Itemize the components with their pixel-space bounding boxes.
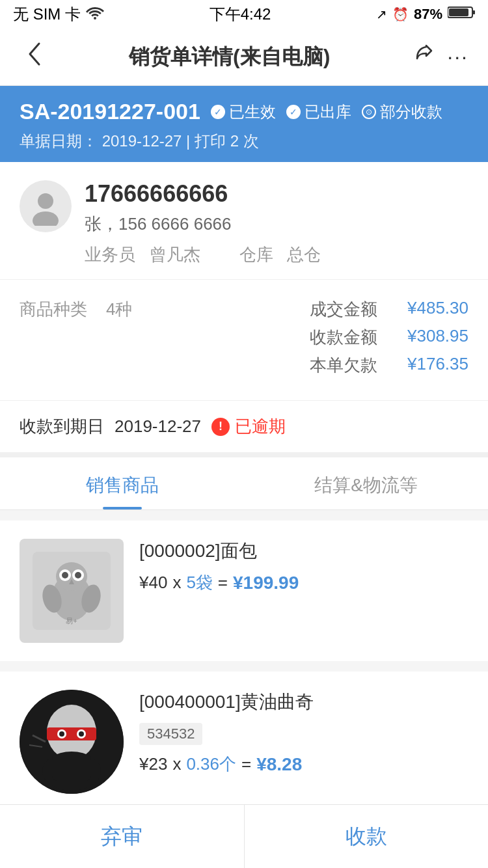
due-date-value: 2019-12-27 (115, 416, 201, 437)
amount-label: 成交金额 (310, 298, 377, 321)
price-base: ¥40 (139, 573, 167, 593)
share-icon[interactable] (411, 43, 434, 71)
customer-section: 17666666666 张，156 6666 6666 业务员 曾凡杰 仓库 总… (0, 162, 488, 280)
wifi-icon (86, 5, 104, 23)
product-name: [000400001]黄油曲奇 (139, 690, 468, 714)
owed-label: 本单欠款 (310, 354, 377, 377)
overdue-text: 已逾期 (235, 415, 286, 438)
svg-point-3 (38, 193, 53, 209)
collected-label: 收款金额 (310, 326, 377, 349)
svg-rect-24 (52, 755, 91, 781)
salesperson-value: 曾凡杰 (150, 245, 200, 264)
product-sku: 534532 (139, 723, 202, 745)
product-total: ¥8.28 (256, 754, 302, 775)
status-partial: ⊙ 部分收款 (362, 102, 442, 122)
nav-bar: 销货单详情(来自电脑) ··· (0, 29, 488, 86)
collected-row: 收款金额 ¥308.95 (310, 326, 468, 349)
product-qty: 5袋 (186, 571, 212, 594)
product-thumbnail (20, 690, 124, 794)
status-shipped: ✓ 已出库 (286, 102, 351, 122)
clock-icon: ⊙ (362, 105, 376, 119)
battery-icon (448, 5, 475, 23)
product-price: ¥40 x 5袋 = ¥199.99 (139, 571, 468, 594)
status-bar: 无 SIM 卡 下午4:42 ↗ ⏰ 87% (0, 0, 488, 29)
customer-info: 17666666666 张，156 6666 6666 业务员 曾凡杰 仓库 总… (85, 180, 468, 266)
due-date-section: 收款到期日 2019-12-27 ! 已逾期 (0, 401, 488, 457)
summary-section: 商品种类 4种 成交金额 ¥485.30 收款金额 ¥308.95 本单欠款 ¥… (0, 280, 488, 401)
owed-row: 本单欠款 ¥176.35 (310, 354, 468, 377)
product-item: 易+ [0000002]面包 ¥40 x 5袋 = ¥199.99 (0, 521, 488, 661)
due-date-label: 收款到期日 (20, 415, 104, 438)
status-time: 下午4:42 (210, 4, 271, 25)
tabs-section: 销售商品 结算&物流等 (0, 457, 488, 510)
product-item: [000400001]黄油曲奇 534532 ¥23 x 0.36个 = ¥8.… (0, 671, 488, 812)
product-details: [000400001]黄油曲奇 534532 ¥23 x 0.36个 = ¥8.… (139, 690, 468, 776)
order-header: SA-20191227-001 ✓ 已生效 ✓ 已出库 ⊙ 部分收款 单据日期：… (0, 86, 488, 162)
bottom-bar: 弃审 收款 (0, 804, 488, 868)
tab-products[interactable]: 销售商品 (0, 457, 244, 509)
svg-point-21 (59, 731, 64, 737)
carrier-text: 无 SIM 卡 (13, 4, 81, 25)
battery-text: 87% (414, 6, 442, 23)
svg-rect-18 (47, 727, 96, 740)
product-qty: 0.36个 (186, 753, 236, 776)
price-base: ¥23 (139, 754, 167, 774)
product-type-item: 商品种类 4种 (20, 298, 132, 321)
svg-text:易+: 易+ (66, 617, 77, 625)
status-active: ✓ 已生效 (211, 102, 276, 122)
overdue-badge: ! 已逾期 (211, 415, 286, 438)
product-thumbnail: 易+ (20, 539, 124, 643)
svg-rect-1 (472, 10, 475, 14)
svg-point-4 (33, 211, 59, 226)
nav-actions: ··· (411, 43, 468, 71)
amount-value: ¥485.30 (390, 298, 468, 321)
svg-point-10 (62, 572, 68, 578)
location-icon: ↗ (376, 7, 387, 22)
overdue-icon: ! (211, 418, 230, 436)
owed-value: ¥176.35 (390, 354, 468, 377)
warehouse-value: 总仓 (287, 245, 321, 264)
product-type-value: 4种 (106, 299, 132, 319)
more-icon[interactable]: ··· (447, 45, 468, 69)
collected-value: ¥308.95 (390, 326, 468, 349)
customer-id: 17666666666 (85, 180, 468, 208)
order-id-row: SA-20191227-001 ✓ 已生效 ✓ 已出库 ⊙ 部分收款 (20, 99, 468, 124)
summary-right: 成交金额 ¥485.30 收款金额 ¥308.95 本单欠款 ¥176.35 (310, 298, 468, 382)
page-title: 销货单详情(来自电脑) (48, 43, 411, 72)
cancel-review-button[interactable]: 弃审 (0, 805, 244, 868)
product-type-label: 商品种类 (20, 299, 87, 319)
salesperson-label: 业务员 (85, 245, 135, 264)
collect-button[interactable]: 收款 (244, 805, 489, 868)
tab-settlement[interactable]: 结算&物流等 (244, 457, 488, 509)
order-id: SA-20191227-001 (20, 99, 200, 124)
customer-meta: 业务员 曾凡杰 仓库 总仓 (85, 243, 468, 266)
product-details: [0000002]面包 ¥40 x 5袋 = ¥199.99 (139, 539, 468, 594)
check-icon-shipped: ✓ (286, 105, 301, 119)
product-name: [0000002]面包 (139, 539, 468, 563)
product-total: ¥199.99 (233, 573, 299, 593)
alarm-icon: ⏰ (392, 7, 409, 22)
back-button[interactable] (20, 34, 48, 79)
warehouse-label: 仓库 (239, 245, 273, 264)
avatar (20, 180, 72, 232)
svg-point-11 (75, 572, 81, 578)
amount-row: 成交金额 ¥485.30 (310, 298, 468, 321)
svg-rect-2 (449, 8, 468, 16)
check-icon-active: ✓ (211, 105, 225, 119)
status-left: 无 SIM 卡 (13, 4, 104, 25)
product-price: ¥23 x 0.36个 = ¥8.28 (139, 753, 468, 776)
header-date: 单据日期： 2019-12-27 | 打印 2 次 (20, 131, 468, 152)
customer-phone: 张，156 6666 6666 (85, 213, 468, 236)
svg-point-22 (79, 731, 84, 737)
summary-left: 商品种类 4种 (20, 298, 132, 325)
status-right: ↗ ⏰ 87% (376, 5, 475, 23)
